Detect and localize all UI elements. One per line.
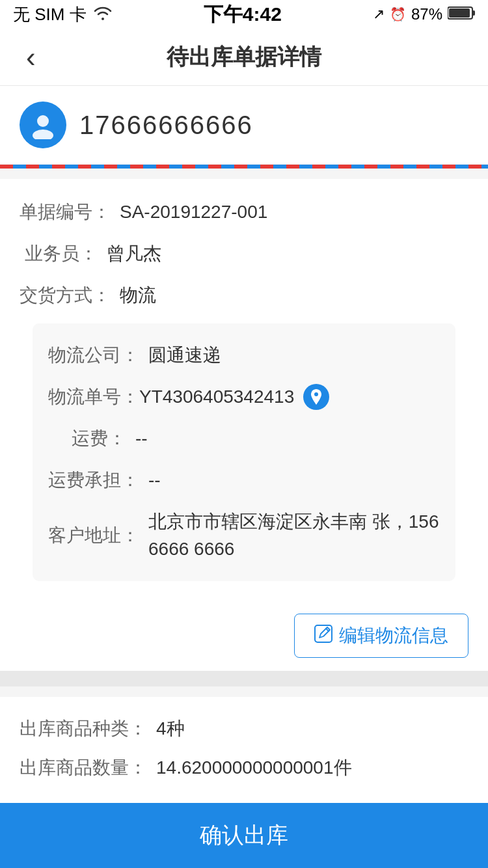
goods-section: 出库商品种类： 4种 出库商品数量： 14.620000000000001件 [0,697,488,800]
logistics-card: 物流公司： 圆通速递 物流单号： YT4306405342413 运费： [33,323,455,581]
salesman-value: 曾凡杰 [107,240,468,267]
delivery-value: 物流 [120,282,468,309]
status-right: ↗ ⏰ 87% [373,5,475,25]
address-row: 客户地址： 北京市市辖区海淀区永丰南 张，156 6666 6666 [48,508,440,563]
status-bar: 无 SIM 卡 下午4:42 ↗ ⏰ 87% [0,0,488,29]
svg-point-4 [33,129,53,139]
document-number-value: SA-20191227-001 [120,198,468,226]
logistics-tracking-value: YT4306405342413 [139,383,294,411]
edit-button-label: 编辑物流信息 [339,623,448,648]
carrier-text: 无 SIM 卡 [13,3,87,26]
goods-quantity-row: 出库商品数量： 14.620000000000001件 [20,755,468,780]
confirm-button-label: 确认出库 [200,821,288,850]
alarm-icon: ⏰ [390,7,406,22]
goods-types-row: 出库商品种类： 4种 [20,716,468,741]
document-number-label: 单据编号： [20,198,111,226]
dashed-separator [0,165,488,169]
edit-icon [314,625,332,647]
user-card: 17666666666 [0,86,488,165]
salesman-row: 业务员： 曾凡杰 [20,240,468,267]
document-number-row: 单据编号： SA-20191227-001 [20,198,468,226]
edit-button-container: 编辑物流信息 [0,601,488,676]
svg-rect-1 [472,10,475,16]
svg-point-5 [314,392,318,396]
location-pin-icon[interactable] [303,384,329,410]
logistics-company-value: 圆通速递 [148,342,440,369]
back-button[interactable]: ‹ [20,34,42,80]
location-icon: ↗ [373,6,385,23]
status-time: 下午4:42 [204,1,282,28]
logistics-company-row: 物流公司： 圆通速递 [48,342,440,369]
freight-bear-value: -- [148,467,440,494]
delivery-row: 交货方式： 物流 [20,282,468,309]
document-info-section: 单据编号： SA-20191227-001 业务员： 曾凡杰 交货方式： 物流 … [0,179,488,601]
logistics-tracking-row: 物流单号： YT4306405342413 [48,383,440,411]
battery-icon [448,5,475,25]
freight-bear-row: 运费承担： -- [48,467,440,494]
nav-bar: ‹ 待出库单据详情 [0,29,488,86]
freight-bear-label: 运费承担： [48,467,139,494]
main-content: 17666666666 单据编号： SA-20191227-001 业务员： 曾… [0,86,488,868]
svg-rect-6 [315,625,332,642]
logistics-tracking-label: 物流单号： [48,383,139,411]
salesman-label: 业务员： [20,240,98,267]
avatar [20,102,66,148]
goods-quantity-value: 14.620000000000001件 [156,755,352,780]
page-title: 待出库单据详情 [167,42,321,72]
address-value: 北京市市辖区海淀区永丰南 张，156 6666 6666 [148,508,440,563]
user-phone: 17666666666 [79,111,253,140]
logistics-company-label: 物流公司： [48,342,139,369]
tracking-row: YT4306405342413 [139,383,329,411]
svg-point-3 [37,115,49,127]
goods-types-label: 出库商品种类： [20,716,147,741]
freight-value: -- [135,425,440,452]
wifi-icon [93,5,113,25]
address-label: 客户地址： [48,522,139,549]
edit-logistics-button[interactable]: 编辑物流信息 [294,614,468,658]
svg-rect-2 [449,8,470,18]
confirm-button[interactable]: 确认出库 [0,803,488,868]
goods-quantity-label: 出库商品数量： [20,755,147,780]
goods-types-value: 4种 [156,716,185,741]
status-left: 无 SIM 卡 [13,3,113,26]
delivery-label: 交货方式： [20,282,111,309]
battery-text: 87% [411,5,442,23]
freight-row: 运费： -- [48,425,440,452]
section-separator [0,676,488,686]
freight-label: 运费： [48,425,126,452]
